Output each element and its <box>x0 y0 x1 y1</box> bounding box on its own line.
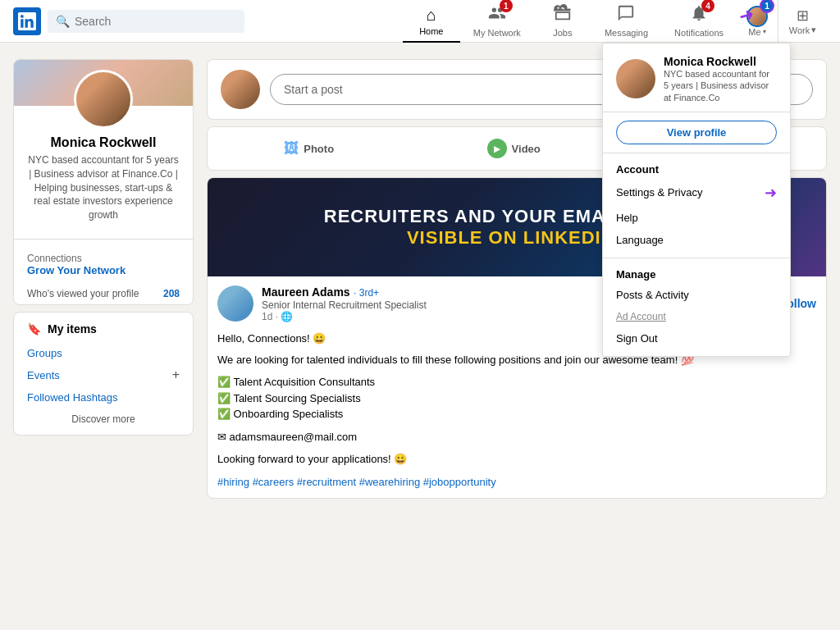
sidebar-events-row: Events + <box>27 363 180 388</box>
position-3: ✅ Onboarding Specialists <box>217 406 816 422</box>
position-2: ✅ Talent Sourcing Specialists <box>217 390 816 407</box>
connections-link[interactable]: Grow Your Network <box>27 264 180 276</box>
nav-jobs-label: Jobs <box>553 28 572 38</box>
left-sidebar: Monica Rockwell NYC based accountant for… <box>13 59 194 614</box>
dropdown-account-section: Account Settings & Privacy ➜ Help Langua… <box>603 153 790 258</box>
post-user-name[interactable]: Maureen Adams <box>262 285 350 299</box>
dropdown-manage-section: Manage Posts & Activity Ad Account Sign … <box>603 258 790 356</box>
nav-notifications-label: Notifications <box>674 28 724 38</box>
purple-arrow-settings-icon: ➜ <box>765 184 777 202</box>
nav-network-label: My Network <box>473 28 521 38</box>
sidebar-groups-link[interactable]: Groups <box>27 344 180 363</box>
nav-messaging[interactable]: Messaging <box>591 0 661 43</box>
linkedin-logo[interactable] <box>13 7 41 35</box>
dropdown-help-item[interactable]: Help <box>603 207 790 229</box>
profile-avatar <box>74 70 133 129</box>
views-count: 208 <box>163 288 180 299</box>
nav-messaging-label: Messaging <box>605 28 648 38</box>
search-input[interactable] <box>75 15 236 28</box>
dropdown-user-name: Monica Rockwell <box>664 55 777 68</box>
dropdown-user-info: Monica Rockwell NYC based accountant for… <box>664 55 777 103</box>
nav-work-label: Work ▾ <box>789 25 816 35</box>
post-user-degree: · 3rd+ <box>354 287 379 299</box>
nav-home[interactable]: ⌂ Home <box>403 0 460 43</box>
dropdown-user-bio: NYC based accountant for 5 years | Busin… <box>664 68 777 103</box>
profile-views: Who's viewed your profile 208 <box>14 283 193 304</box>
search-bar[interactable]: 🔍 <box>48 10 244 33</box>
jobs-icon <box>554 4 572 26</box>
connections-label: Connections <box>27 253 180 264</box>
dropdown-posts-item[interactable]: Posts & Activity <box>603 284 790 306</box>
notifications-icon: 4 <box>690 4 708 26</box>
video-icon: ▶ <box>487 139 507 158</box>
position-1: ✅ Talent Acquisition Consultants <box>217 374 816 390</box>
my-items-card: 🔖 My items Groups Events + Followed Hash… <box>13 312 194 436</box>
network-icon: 1 <box>488 4 506 26</box>
dropdown-settings-item[interactable]: Settings & Privacy ➜ <box>603 179 790 207</box>
chevron-down-work-icon: ▾ <box>811 25 816 35</box>
dropdown-manage-title: Manage <box>603 265 790 284</box>
nav-jobs[interactable]: Jobs <box>534 0 591 43</box>
post-positions: ✅ Talent Acquisition Consultants ✅ Talen… <box>217 374 816 422</box>
dropdown-account-title: Account <box>603 160 790 179</box>
dropdown-menu: Monica Rockwell NYC based accountant for… <box>602 43 791 357</box>
view-profile-button[interactable]: View profile <box>616 121 777 144</box>
grid-icon: ⊞ <box>797 7 809 25</box>
home-icon: ⌂ <box>427 6 436 25</box>
dropdown-signout-item[interactable]: Sign Out <box>603 327 790 349</box>
profile-card: Monica Rockwell NYC based accountant for… <box>13 59 194 305</box>
profile-name: Monica Rockwell <box>27 135 180 150</box>
nav-me-label: Me ▾ <box>748 27 765 37</box>
profile-banner <box>14 60 193 106</box>
my-items-label: My items <box>48 322 97 336</box>
nav-center: ⌂ Home 1 My Network Jobs Messaging <box>403 0 827 43</box>
my-items-header: 🔖 My items <box>27 322 180 336</box>
post-user-avatar <box>217 285 253 322</box>
chevron-down-icon: ▾ <box>763 28 766 35</box>
navbar: 🔍 ⌂ Home 1 My Network Jobs <box>0 0 840 43</box>
search-icon: 🔍 <box>56 15 70 28</box>
views-label: Who's viewed your profile <box>27 288 139 299</box>
video-label: Video <box>512 143 541 155</box>
profile-connections: Connections Grow Your Network <box>14 246 193 283</box>
post-email: ✉ adamsmaureen@mail.com <box>217 429 816 445</box>
nav-network[interactable]: 1 My Network <box>460 0 534 43</box>
photo-label: Photo <box>304 143 334 155</box>
me-badge: 1 <box>760 0 774 13</box>
messaging-icon <box>617 4 635 26</box>
bookmark-icon: 🔖 <box>27 322 41 336</box>
nav-notifications[interactable]: 4 Notifications <box>661 0 737 43</box>
sidebar-events-link[interactable]: Events <box>27 366 60 385</box>
discover-more-link[interactable]: Discover more <box>27 413 180 425</box>
network-badge: 1 <box>500 0 513 12</box>
dropdown-language-item[interactable]: Language <box>603 229 790 251</box>
dropdown-ad-account-item[interactable]: Ad Account <box>603 306 790 327</box>
sidebar-hashtags-link[interactable]: Followed Hashtags <box>27 388 180 407</box>
notifications-badge: 4 <box>701 0 714 12</box>
dropdown-profile-section: Monica Rockwell NYC based accountant for… <box>603 43 790 112</box>
add-event-icon[interactable]: + <box>172 368 180 382</box>
video-action[interactable]: ▶ Video <box>477 134 550 163</box>
post-closing: Looking forward to your applications! 😀 <box>217 451 816 468</box>
nav-work[interactable]: ⊞ Work ▾ <box>778 0 827 43</box>
overlay-text-line2: VISIBLE ON LINKEDIN? <box>407 227 627 249</box>
dropdown-avatar <box>616 59 655 98</box>
profile-bio: NYC based accountant for 5 years | Busin… <box>27 153 180 222</box>
photo-action[interactable]: 🖼 Photo <box>274 134 344 163</box>
nav-home-label: Home <box>419 26 443 36</box>
post-hashtags: #hiring #careers #recruitment #wearehiri… <box>217 474 816 491</box>
photo-icon: 🖼 <box>284 140 299 158</box>
post-box-avatar <box>221 70 260 109</box>
